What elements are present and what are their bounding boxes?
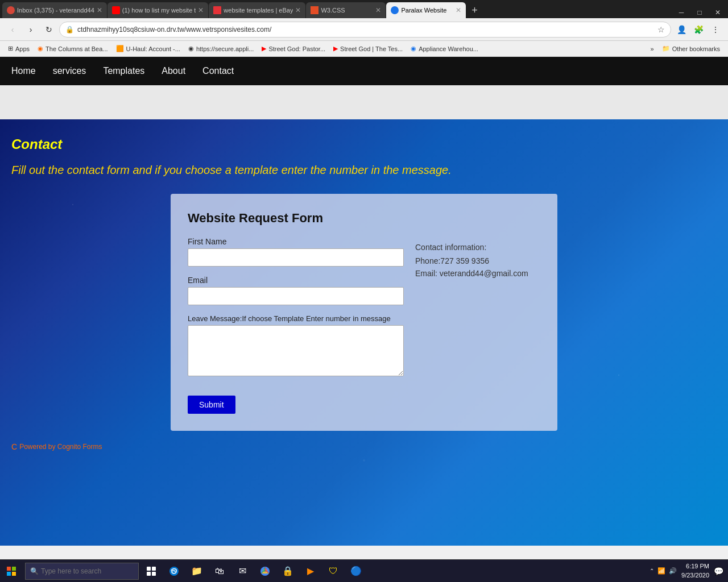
contact-subtitle: Fill out the contact form and if you cho… <box>11 164 717 177</box>
bookmark-columns-favicon: ◉ <box>38 45 43 52</box>
nav-about[interactable]: About <box>162 66 185 76</box>
system-tray-icons: ⌃ 📶 🔊 <box>650 567 677 575</box>
edge-icon[interactable] <box>164 561 184 581</box>
tab-4-favicon <box>311 6 318 14</box>
settings-icon[interactable]: ⋮ <box>708 22 723 38</box>
tab-5-close[interactable]: ✕ <box>456 6 461 14</box>
app9-icon[interactable]: 🔵 <box>346 561 366 581</box>
vpn-icon[interactable]: 🔒 <box>278 561 298 581</box>
google-chrome-icon <box>260 566 270 576</box>
taskbar-app-icons: 📁 🛍 ✉ 🔒 ▶ 🛡 🔵 <box>141 561 366 581</box>
tab-2-close[interactable]: ✕ <box>198 6 204 14</box>
browser-window: Inbox (3,375) - veterandd44 ✕ (1) how to… <box>0 0 728 559</box>
nav-contact[interactable]: Contact <box>202 66 234 76</box>
tray-network-icon[interactable]: 📶 <box>657 567 665 575</box>
new-tab-button[interactable]: + <box>466 2 482 18</box>
tab-1-close[interactable]: ✕ <box>97 6 102 14</box>
antivirus-icon[interactable]: 🛡 <box>323 561 344 581</box>
mail-icon[interactable]: ✉ <box>232 561 253 581</box>
bookmark-appliance-favicon: ◉ <box>411 45 416 52</box>
bookmark-star-icon[interactable]: ☆ <box>657 25 665 34</box>
taskbar-search-input[interactable] <box>41 567 132 575</box>
bookmark-street-god-2[interactable]: ▶ Street God | The Tes... <box>330 43 406 55</box>
contact-info-phone: Phone:727 359 9356 <box>415 256 540 265</box>
bookmark-secure-label: https://secure.appli... <box>196 45 254 52</box>
nav-templates[interactable]: Templates <box>103 66 144 76</box>
back-button[interactable]: ‹ <box>5 22 20 38</box>
site-navigation: Home services Templates About Contact <box>0 57 728 85</box>
extension-icon[interactable]: 🧩 <box>690 22 706 38</box>
tab-4-close[interactable]: ✕ <box>375 6 381 14</box>
start-button[interactable] <box>0 560 23 583</box>
refresh-button[interactable]: ↻ <box>41 22 57 38</box>
maximize-button[interactable]: □ <box>692 7 708 18</box>
footer-powered: C Powered by Cognito Forms <box>11 442 717 451</box>
tab-3[interactable]: website templates | eBay ✕ <box>209 2 305 18</box>
tray-up-arrow[interactable]: ⌃ <box>650 568 654 574</box>
bookmark-appliance[interactable]: ◉ Appliance Warehou... <box>407 43 482 55</box>
store-icon[interactable]: 🛍 <box>209 561 230 581</box>
profile-icon[interactable]: 👤 <box>673 22 689 38</box>
clock-display[interactable]: 6:19 PM 9/23/2020 <box>681 562 709 580</box>
tabs-bar: Inbox (3,375) - veterandd44 ✕ (1) how to… <box>0 0 728 18</box>
nav-services[interactable]: services <box>53 66 86 76</box>
bookmark-columns-label: The Columns at Bea... <box>46 45 107 52</box>
chrome-icon[interactable] <box>255 561 275 581</box>
taskbar-search-box[interactable]: 🔍 <box>25 563 139 580</box>
first-name-input[interactable] <box>188 248 404 267</box>
forward-button[interactable]: › <box>23 22 39 38</box>
main-content-area: Contact Fill out the contact form and if… <box>0 119 728 546</box>
windows-logo-icon <box>7 567 16 576</box>
svg-rect-0 <box>7 567 11 571</box>
bookmarks-more-button[interactable]: » <box>647 43 657 55</box>
address-bar[interactable]: 🔒 ctdhnazmihyy10sq8csiuw-on.drv.tw/www.v… <box>59 22 671 38</box>
file-explorer-icon[interactable]: 📁 <box>187 561 207 581</box>
tab-5[interactable]: Paralax Website ✕ <box>386 2 466 18</box>
email-input[interactable] <box>188 287 404 305</box>
bookmark-street-god-2-favicon: ▶ <box>333 45 338 52</box>
first-name-label: First Name <box>188 237 404 246</box>
minimize-button[interactable]: ─ <box>673 7 689 18</box>
date-display: 9/23/2020 <box>681 571 709 580</box>
tray-volume-icon[interactable]: 🔊 <box>669 567 677 575</box>
tab-3-label: website templates | eBay <box>224 7 293 14</box>
bookmark-secure-favicon: ◉ <box>188 45 194 52</box>
bookmark-street-god-1-favicon: ▶ <box>262 45 266 52</box>
task-view-button[interactable] <box>141 561 162 581</box>
close-button[interactable]: ✕ <box>710 7 726 18</box>
bookmark-apps[interactable]: ⊞ Apps <box>5 43 33 55</box>
window-controls: ─ □ ✕ <box>673 7 726 18</box>
bookmark-secure[interactable]: ◉ https://secure.appli... <box>185 43 258 55</box>
bookmark-appliance-label: Appliance Warehou... <box>419 45 478 52</box>
svg-point-8 <box>169 567 179 576</box>
tab-4[interactable]: W3.CSS ✕ <box>306 2 386 18</box>
navigation-bar: ‹ › ↻ 🔒 ctdhnazmihyy10sq8csiuw-on.drv.tw… <box>0 18 728 41</box>
search-icon: 🔍 <box>30 567 39 575</box>
bookmark-uhaul[interactable]: 🟧 U-Haul: Account -... <box>113 43 184 55</box>
tab-4-label: W3.CSS <box>321 7 345 14</box>
tab-1[interactable]: Inbox (3,375) - veterandd44 ✕ <box>2 2 107 18</box>
other-bookmarks-button[interactable]: 📁 Other bookmarks <box>659 43 723 55</box>
notification-icon[interactable]: 💬 <box>714 567 723 576</box>
tab-5-label: Paralax Website <box>401 7 446 14</box>
submit-button[interactable]: Submit <box>188 396 235 414</box>
bookmark-street-god-1[interactable]: ▶ Street God: Pastor... <box>258 43 329 55</box>
bookmark-columns[interactable]: ◉ The Columns at Bea... <box>34 43 111 55</box>
bookmark-uhaul-favicon: 🟧 <box>116 45 124 52</box>
nav-home[interactable]: Home <box>11 66 36 76</box>
svg-rect-1 <box>12 567 16 571</box>
website-content: Home services Templates About Contact Co… <box>0 57 728 559</box>
message-textarea[interactable] <box>188 325 404 376</box>
powered-by-text: C Powered by Cognito Forms <box>11 442 717 451</box>
cognito-icon: C <box>11 442 17 451</box>
form-title: Website Request Form <box>188 211 540 226</box>
form-layout: First Name Email Leave Message:If choose… <box>188 237 540 414</box>
message-label: Leave Message:If choose Template Enter n… <box>188 314 404 323</box>
svg-rect-6 <box>147 572 151 576</box>
vlc-icon[interactable]: ▶ <box>300 561 321 581</box>
bookmark-apps-label: Apps <box>15 45 30 52</box>
tab-3-close[interactable]: ✕ <box>295 6 301 14</box>
tab-2[interactable]: (1) how to list my website t ✕ <box>107 2 209 18</box>
taskbar: 🔍 📁 🛍 ✉ <box>0 559 728 582</box>
folder-icon: 📁 <box>662 45 670 52</box>
